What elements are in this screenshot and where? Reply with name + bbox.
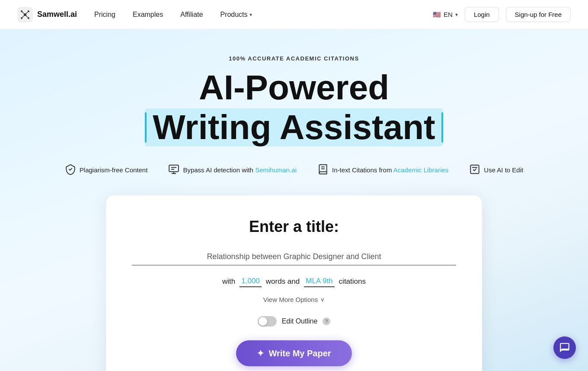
write-btn-label: Write My Paper	[268, 349, 331, 358]
hero-section: 100% ACCURATE ACADEMIC CITATIONS AI-Powe…	[0, 29, 588, 371]
help-icon[interactable]: ?	[323, 317, 330, 325]
hero-title-line1: AI-Powered	[199, 70, 389, 105]
feature-plagiarism-label: Plagiarism-free Content	[80, 166, 148, 174]
main-card: Enter a title: with 1,000 words and MLA …	[106, 195, 482, 371]
citation-icon	[317, 164, 329, 176]
semihuman-link[interactable]: Semihuman.ai	[255, 166, 297, 174]
hero-title-line2: Writing Assistant	[145, 108, 443, 146]
feature-citations-label: In-text Citations from Academic Librarie…	[332, 166, 448, 174]
hero-badge: 100% ACCURATE ACADEMIC CITATIONS	[229, 55, 359, 62]
toggle-thumb	[259, 317, 267, 326]
edit-icon	[469, 164, 480, 176]
products-chevron-icon: ▾	[249, 12, 252, 18]
svg-rect-17	[471, 165, 479, 174]
language-selector[interactable]: 🇺🇸 EN ▾	[433, 11, 458, 19]
feature-edit-label: Use AI to Edit	[484, 166, 523, 174]
feature-citations: In-text Citations from Academic Librarie…	[317, 164, 448, 176]
with-label: with	[222, 277, 235, 286]
flag-icon: 🇺🇸	[433, 11, 441, 19]
words-selector[interactable]: 1,000	[240, 276, 262, 287]
feature-bypass: Bypass AI detection with Semihuman.ai	[168, 164, 297, 176]
svg-rect-10	[169, 165, 179, 171]
card-title: Enter a title:	[249, 218, 339, 236]
write-my-paper-button[interactable]: ✦ Write My Paper	[236, 340, 352, 366]
cursor-left-icon	[145, 112, 147, 143]
hero-title-highlight: Writing Assistant	[145, 108, 443, 146]
edit-outline-toggle[interactable]	[258, 316, 277, 327]
feature-bypass-label: Bypass AI detection with Semihuman.ai	[183, 166, 297, 174]
star-icon: ✦	[257, 348, 264, 358]
shield-check-icon	[65, 164, 76, 176]
nav-products[interactable]: Products ▾	[220, 11, 252, 19]
feature-plagiarism: Plagiarism-free Content	[65, 164, 148, 176]
nav-pricing[interactable]: Pricing	[94, 11, 115, 19]
chat-bubble-button[interactable]	[553, 336, 576, 359]
options-row: with 1,000 words and MLA 9th citations	[222, 276, 366, 287]
words-after-label: words and	[266, 277, 300, 286]
logo-text: Samwell.ai	[37, 10, 77, 19]
logo-icon	[17, 7, 33, 22]
navbar: Samwell.ai Pricing Examples Affiliate Pr…	[0, 0, 588, 29]
bypass-icon	[168, 164, 179, 176]
nav-examples[interactable]: Examples	[133, 11, 163, 19]
signup-button[interactable]: Sign-up for Free	[506, 7, 571, 22]
edit-outline-row: Edit Outline ?	[258, 316, 331, 327]
edit-outline-label: Edit Outline	[282, 317, 318, 325]
view-more-button[interactable]: View More Options ∨	[263, 296, 325, 303]
nav-affiliate[interactable]: Affiliate	[180, 11, 203, 19]
chat-icon	[559, 342, 570, 353]
academic-libraries-link[interactable]: Academic Libraries	[393, 166, 449, 174]
feature-edit: Use AI to Edit	[469, 164, 523, 176]
view-more-chevron-icon: ∨	[320, 296, 325, 303]
citations-label: citations	[339, 277, 366, 286]
citation-selector[interactable]: MLA 9th	[304, 276, 334, 287]
logo[interactable]: Samwell.ai	[17, 7, 77, 22]
features-row: Plagiarism-free Content Bypass AI detect…	[65, 164, 523, 176]
title-input[interactable]	[132, 249, 456, 266]
view-more-label: View More Options	[263, 296, 318, 303]
cursor-right-icon	[441, 112, 443, 143]
login-button[interactable]: Login	[465, 7, 499, 22]
lang-chevron-icon: ▾	[455, 12, 458, 18]
